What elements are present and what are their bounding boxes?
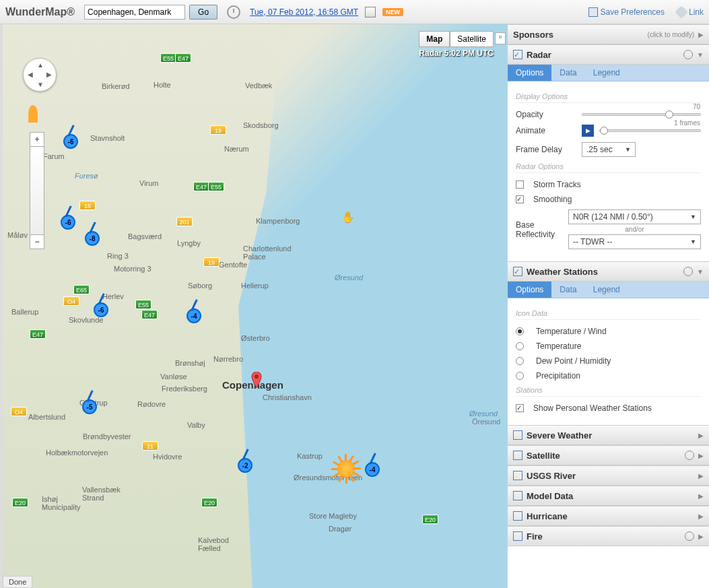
icon-temp-radio[interactable] (516, 342, 524, 350)
chevron-right-icon: ▶ (698, 452, 704, 459)
tab-data[interactable]: Data (551, 65, 584, 81)
brand-logo: WunderMap® (5, 6, 75, 18)
place-skodsborg: Skodsborg (243, 121, 279, 129)
place-hellerup: Hellerup (241, 282, 269, 290)
weather-station-marker[interactable]: -4 (187, 308, 201, 323)
severe-checkbox[interactable] (513, 430, 522, 440)
usgs-checkbox[interactable] (513, 471, 522, 480)
weather-station-marker[interactable]: -6 (63, 134, 78, 149)
opacity-slider[interactable]: 70 (582, 113, 701, 116)
chevron-right-icon: ▶ (698, 533, 704, 540)
clock-icon[interactable] (683, 267, 693, 276)
tab-data[interactable]: Data (551, 282, 584, 298)
map-type-satellite[interactable]: Satellite (450, 31, 494, 47)
weather-station-marker[interactable]: -2 (238, 458, 252, 473)
stations-body: Icon Data Temperature / Wind Temperature… (508, 298, 709, 425)
place-ring3: Ring 3 (107, 252, 129, 260)
place-oesterbro: Østerbro (241, 334, 270, 342)
panel-usgs[interactable]: USGS River▶ (508, 465, 709, 486)
road-badge: 16 (79, 201, 96, 210)
permalink-link[interactable]: Link (677, 7, 704, 17)
tab-legend[interactable]: Legend (585, 282, 628, 298)
icon-temp-wind-radio[interactable] (516, 327, 524, 335)
radar-timestamp: Radar 5:02 PM UTC (419, 48, 494, 58)
frame-delay-select[interactable]: .25 sec▼ (582, 142, 636, 157)
place-birkerod: Birkerød (102, 82, 130, 90)
zoom-out-button[interactable]: − (30, 234, 44, 249)
chevron-right-icon: ▶ (698, 432, 704, 439)
panel-weather-stations[interactable]: Weather Stations ▼ (508, 261, 709, 282)
weather-station-marker[interactable]: -6 (94, 302, 108, 317)
pegman-icon[interactable] (28, 105, 38, 123)
go-button[interactable]: Go (189, 5, 217, 20)
panel-fire[interactable]: Fire▶ (508, 526, 709, 546)
tab-options[interactable]: Options (508, 282, 551, 298)
calendar-icon[interactable] (365, 7, 376, 18)
road-badge: E55 (160, 53, 176, 63)
radar-body: Display Options Opacity 70 Animate ▶ 1 f… (508, 81, 709, 261)
model-checkbox[interactable] (513, 491, 522, 500)
pan-control[interactable]: ▲ ▼ ◀ ▶ (23, 58, 57, 92)
weather-station-marker[interactable]: -5 (82, 399, 97, 414)
clock-icon[interactable] (227, 5, 240, 19)
pan-up-icon[interactable]: ▲ (37, 61, 44, 69)
fire-checkbox[interactable] (513, 531, 522, 541)
header-bar: WunderMap® Go Tue, 07 Feb 2012, 16:58 GM… (0, 0, 709, 24)
chevron-right-icon: ▶ (698, 513, 704, 520)
satellite-checkbox[interactable] (513, 451, 522, 460)
zoom-slider[interactable] (30, 147, 44, 234)
smoothing-checkbox[interactable] (516, 195, 524, 203)
location-input[interactable] (84, 5, 185, 20)
road-badge: E47 (30, 329, 46, 339)
frames-slider[interactable]: 1 frames (599, 129, 701, 132)
status-bar: Done (3, 576, 32, 588)
show-pws-checkbox[interactable] (516, 404, 524, 412)
radar-checkbox[interactable] (513, 50, 522, 59)
road-badge: E20 (201, 498, 217, 507)
panel-radar[interactable]: Radar ▼ (508, 44, 709, 65)
place-charlottenlund: Charlottenlund Palace (243, 244, 297, 261)
pan-right-icon[interactable]: ▶ (46, 71, 52, 78)
map-type-map[interactable]: Map (419, 31, 450, 47)
save-preferences-link[interactable]: Save Preferences (588, 7, 665, 17)
clock-icon[interactable] (683, 50, 693, 59)
zoom-in-button[interactable]: + (30, 132, 44, 147)
link-icon (675, 5, 688, 19)
panel-severe[interactable]: Severe Weather▶ (508, 425, 709, 445)
map-pin[interactable] (251, 372, 262, 388)
panel-hurricane[interactable]: Hurricane▶ (508, 506, 709, 526)
sidebar: Sponsors (click to modify) ▶ Radar ▼ Opt… (507, 24, 709, 588)
clock-icon[interactable] (685, 451, 694, 460)
collapse-sidebar-button[interactable]: » (495, 32, 506, 44)
tab-options[interactable]: Options (508, 65, 551, 81)
tab-legend[interactable]: Legend (585, 65, 628, 81)
hurricane-checkbox[interactable] (513, 511, 522, 521)
chevron-down-icon[interactable]: ▼ (697, 268, 704, 275)
pan-down-icon[interactable]: ▼ (37, 81, 44, 88)
weather-station-marker[interactable]: -6 (61, 215, 75, 230)
clock-icon[interactable] (685, 531, 694, 541)
storm-tracks-checkbox[interactable] (516, 181, 524, 189)
n0r-select[interactable]: N0R (124 NMI / 0.50°)▼ (568, 209, 701, 224)
weather-station-marker[interactable]: -8 (85, 231, 100, 246)
datetime-link[interactable]: Tue, 07 Feb 2012, 16:58 GMT (250, 7, 358, 17)
panel-satellite[interactable]: Satellite▶ (508, 445, 709, 465)
road-badge: E20 (422, 515, 438, 524)
water-oresund: Øresund (335, 273, 363, 282)
panel-model[interactable]: Model Data▶ (508, 486, 709, 506)
weather-station-marker[interactable]: -4 (365, 462, 380, 477)
play-button[interactable]: ▶ (582, 125, 594, 137)
stations-checkbox[interactable] (513, 267, 522, 276)
panel-sponsors[interactable]: Sponsors (click to modify) ▶ (508, 24, 709, 44)
place-virum: Virum (139, 179, 159, 187)
icon-dew-radio[interactable] (516, 357, 524, 365)
map-canvas[interactable]: Copenhagen Øresund Furesø Øresund Öresun… (0, 24, 507, 588)
pan-left-icon[interactable]: ◀ (28, 71, 33, 78)
tdwr-select[interactable]: -- TDWR --▼ (568, 234, 701, 249)
place-naerum: Nærum (224, 145, 249, 153)
icon-precip-radio[interactable] (516, 372, 524, 380)
new-badge: NEW (382, 8, 403, 16)
place-herlev: Herlev (102, 292, 124, 300)
map-type-switch: Map Satellite (419, 31, 494, 47)
chevron-down-icon[interactable]: ▼ (697, 51, 704, 59)
